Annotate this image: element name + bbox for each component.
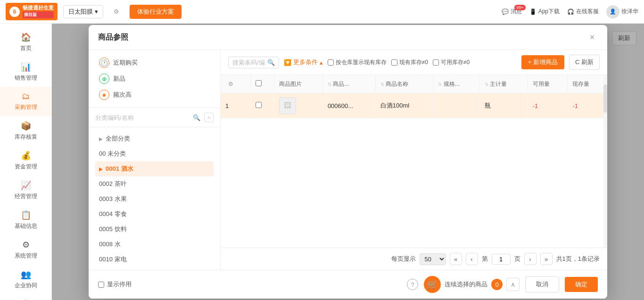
column-settings-icon[interactable]: ⚙	[225, 79, 236, 89]
col-stock-header[interactable]: 现存量	[568, 75, 607, 93]
sidebar-item-home[interactable]: 🏠 首页	[0, 27, 51, 57]
checkbox-stock[interactable]	[391, 59, 397, 66]
col-available-header[interactable]: 可用量	[528, 75, 568, 93]
new-icon: ⊕	[99, 74, 109, 84]
page-text: 第	[482, 255, 488, 263]
nav-user[interactable]: 👤 徐泽华	[606, 5, 638, 18]
nav-support[interactable]: 🎧 在线客服	[567, 8, 599, 16]
col-spec-header[interactable]: ⇅ 规格...	[433, 75, 480, 93]
nav-message[interactable]: 💬 消息 99+	[502, 8, 522, 16]
sidebar-item-purchase[interactable]: 🗂 采购管理	[0, 87, 51, 116]
sidebar-item-system[interactable]: ⚙ 系统管理	[0, 235, 51, 265]
sidebar-item-finance[interactable]: 💰 资金管理	[0, 146, 51, 175]
search-icon[interactable]: 🔍	[193, 114, 200, 121]
collapse-left-btn[interactable]: «	[204, 113, 214, 122]
page-input[interactable]	[492, 254, 511, 265]
cat-tea[interactable]: 0002 茶叶	[95, 176, 214, 192]
cat-appliance[interactable]: 0010 家电	[95, 252, 214, 267]
stock-icon: 📦	[21, 121, 31, 131]
table-scrollbar[interactable]	[603, 75, 607, 248]
add-product-btn[interactable]: + 新增商品	[521, 55, 564, 69]
col-image-header: 商品图片	[274, 75, 323, 93]
checkbox-available[interactable]	[433, 59, 439, 66]
nav-app-download[interactable]: 📱 App下载	[529, 8, 560, 16]
cat-all[interactable]: ▶ 全部分类	[95, 131, 214, 146]
quick-new[interactable]: ⊕ 新品	[95, 71, 214, 87]
confirm-btn[interactable]: 确定	[565, 277, 598, 292]
dropdown-icon: ▾	[95, 8, 98, 15]
sidebar-item-stock[interactable]: 📦 库存核算	[0, 116, 51, 146]
row-checkbox[interactable]	[250, 93, 274, 118]
modal-body: 🕐 近期购买 ⊕ 新品 ★ 频次高	[89, 50, 607, 270]
per-page-select[interactable]: 50 100 200	[420, 253, 446, 265]
col-settings[interactable]: ⚙	[221, 75, 250, 93]
row-image: 🖼	[274, 93, 323, 118]
cat-liquor[interactable]: ▶ 0001 酒水	[95, 161, 214, 176]
col-checkbox-header[interactable]	[250, 75, 274, 93]
product-search-input[interactable]	[232, 59, 264, 66]
sidebar-item-guide[interactable]: 🎯 新手引导	[0, 294, 51, 300]
refresh-btn[interactable]: C 刷新	[569, 55, 600, 70]
sidebar-item-basic-info[interactable]: 📋 基础信息	[0, 205, 51, 235]
cat-arrow-all: ▶	[99, 136, 103, 142]
cat-beverage[interactable]: 0005 饮料	[95, 222, 214, 237]
search-icon2[interactable]: 🔍	[267, 59, 275, 66]
cat-snack[interactable]: 0004 零食	[95, 207, 214, 222]
col-name-header[interactable]: ⇅ 商品名称	[375, 75, 433, 93]
cat-uncategorized[interactable]: 00 未分类	[95, 146, 214, 161]
finance-icon: 💰	[21, 150, 31, 161]
cat-fruit[interactable]: 0003 水果	[95, 192, 214, 207]
management-icon: 📈	[21, 180, 31, 191]
page-first-btn[interactable]: «	[450, 253, 462, 265]
category-search-input[interactable]	[95, 114, 189, 121]
checkbox-stock-label[interactable]: 现有库存≠0	[391, 58, 428, 67]
show-disabled-checkbox[interactable]	[98, 282, 104, 288]
nav-selector[interactable]: 日太阳膜 ▾	[63, 5, 103, 18]
sales-icon: 📊	[21, 62, 31, 72]
collapse-cart-btn[interactable]: ∧	[506, 278, 520, 291]
filter-btn[interactable]: 🔽 更多条件 ▴	[284, 58, 323, 67]
modal-title: 商品参照	[98, 33, 128, 42]
sidebar-item-sales[interactable]: 📊 销售管理	[0, 57, 51, 87]
quick-recent[interactable]: 🕐 近期购买	[95, 55, 214, 71]
scrollbar-thumb[interactable]	[603, 84, 607, 113]
top-nav: 6 畅捷通好生意 插目版 日太阳膜 ▾ ⚙ 体验行业方案 💬 消息 99+ 📱 …	[0, 0, 644, 24]
sort-icon: ⇅	[328, 82, 331, 87]
cancel-btn[interactable]: 取消	[525, 276, 559, 292]
checkbox-warehouse[interactable]	[328, 59, 334, 66]
cart-area: 🛒 连续选择的商品 0 ∧	[424, 276, 520, 293]
nav-settings-btn[interactable]: ⚙	[109, 4, 124, 19]
sort-icon3: ⇅	[438, 82, 442, 87]
checkbox-available-label[interactable]: 可用库存≠0	[433, 58, 470, 67]
page-prev-btn[interactable]: ‹	[466, 253, 478, 265]
row-available: -1	[528, 93, 568, 118]
page-last-btn[interactable]: »	[540, 253, 553, 265]
trial-btn[interactable]: 体验行业方案	[130, 5, 182, 19]
col-code-header[interactable]: ⇅ 商品...	[322, 75, 375, 93]
sidebar-item-enterprise[interactable]: 👥 企业协同	[0, 265, 51, 294]
message-badge: 99+	[514, 5, 525, 10]
cart-count: 0	[491, 279, 503, 290]
clock-icon: 🕐	[99, 58, 109, 68]
page-next-btn[interactable]: ›	[524, 253, 537, 265]
sidebar-item-management[interactable]: 📈 经营管理	[0, 175, 51, 205]
product-search-box[interactable]: 🔍	[228, 57, 279, 68]
select-all-checkbox[interactable]	[256, 80, 262, 86]
show-disabled-label[interactable]: 显示停用	[98, 280, 132, 289]
row-select-checkbox[interactable]	[256, 102, 262, 108]
cat-water[interactable]: 0008 水	[95, 237, 214, 252]
col-unit-header[interactable]: ⇅ 主计量	[480, 75, 528, 93]
row-unit: 瓶	[480, 93, 528, 118]
logo-badge: 插目版	[23, 11, 54, 18]
help-btn[interactable]: ?	[407, 279, 418, 290]
nav-right: 💬 消息 99+ 📱 App下载 🎧 在线客服 👤 徐泽华	[502, 5, 638, 18]
filter-up-icon: ▴	[320, 59, 323, 66]
checkbox-warehouse-label[interactable]: 按仓库显示现有库存	[328, 58, 387, 67]
quick-access: 🕐 近期购买 ⊕ 新品 ★ 频次高	[89, 50, 220, 108]
table-row[interactable]: 1 🖼 000600...	[221, 93, 607, 118]
cart-icon[interactable]: 🛒	[424, 276, 441, 293]
modal-close-btn[interactable]: ×	[586, 32, 598, 43]
logo[interactable]: 6 畅捷通好生意 插目版	[6, 3, 58, 20]
logo-text: 畅捷通好生意	[23, 5, 54, 11]
quick-frequent[interactable]: ★ 频次高	[95, 87, 214, 103]
